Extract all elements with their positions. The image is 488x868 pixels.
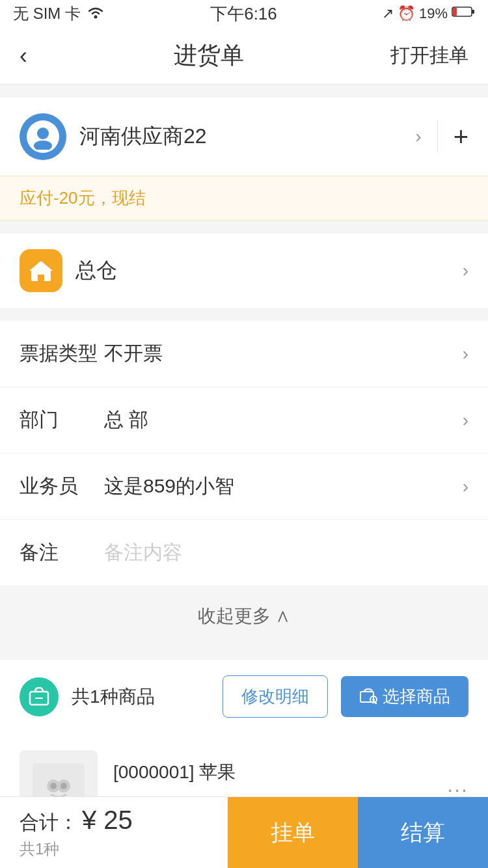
select-product-label: 选择商品 xyxy=(383,685,450,708)
products-icon xyxy=(20,677,59,716)
supplier-section: 河南供应商22 › + 应付-20元，现结 xyxy=(0,98,488,221)
back-button[interactable]: ‹ xyxy=(20,42,27,70)
svg-point-5 xyxy=(34,141,52,150)
page-title: 进货单 xyxy=(174,40,244,72)
total-sub: 共1种 xyxy=(20,839,208,860)
supplier-chevron-icon: › xyxy=(415,126,421,147)
warehouse-name: 总仓 xyxy=(75,256,456,285)
remark-label: 备注 xyxy=(20,539,104,566)
svg-point-4 xyxy=(37,128,49,139)
select-product-button[interactable]: 选择商品 xyxy=(341,676,468,717)
warehouse-icon xyxy=(20,249,62,292)
svg-rect-8 xyxy=(38,275,44,281)
staff-label: 业务员 xyxy=(20,473,104,500)
products-count: 共1种商品 xyxy=(72,685,210,709)
remark-value[interactable]: 备注内容 xyxy=(104,539,468,566)
status-right: ↗ ⏰ 19% xyxy=(382,5,475,22)
carrier-text: 无 SIM 卡 xyxy=(13,3,81,24)
invoice-label: 票据类型 xyxy=(20,340,104,367)
status-left: 无 SIM 卡 xyxy=(13,3,105,24)
invoice-value: 不开票 xyxy=(104,340,456,367)
supplier-avatar xyxy=(20,113,66,160)
status-bar: 无 SIM 卡 下午6:16 ↗ ⏰ 19% xyxy=(0,0,488,27)
invoice-chevron-icon: › xyxy=(463,344,468,364)
footer-total: 合计： ¥ 25 共1种 xyxy=(0,797,228,868)
battery-icon xyxy=(452,5,475,22)
dept-label: 部门 xyxy=(20,407,104,433)
supplier-row[interactable]: 河南供应商22 › + xyxy=(0,98,488,176)
notice-banner: 应付-20元，现结 xyxy=(0,176,488,221)
nav-bar: ‹ 进货单 打开挂单 xyxy=(0,27,488,85)
collapse-button[interactable]: 收起更多 ∧ xyxy=(0,586,488,647)
supplier-name: 河南供应商22 xyxy=(79,122,409,151)
edit-detail-button[interactable]: 修改明细 xyxy=(223,675,328,718)
svg-rect-3 xyxy=(472,10,474,14)
products-header: 共1种商品 修改明细 选择商品 xyxy=(0,660,488,733)
product-code: [0000001] xyxy=(113,762,195,782)
warehouse-row[interactable]: 总仓 › xyxy=(0,234,488,308)
form-section: 票据类型 不开票 › 部门 总 部 › 业务员 这是859的小智 › 备注 备注… xyxy=(0,321,488,586)
dept-value: 总 部 xyxy=(104,407,456,433)
alarm-icon: ⏰ xyxy=(398,5,415,22)
battery-text: 19% xyxy=(419,5,448,22)
total-label: 合计： xyxy=(20,809,78,836)
footer: 合计： ¥ 25 共1种 挂单 结算 xyxy=(0,796,488,868)
supplier-divider xyxy=(437,120,438,153)
svg-marker-7 xyxy=(29,261,53,271)
svg-point-19 xyxy=(50,783,57,789)
dept-row[interactable]: 部门 总 部 › xyxy=(0,387,488,454)
total-amount: ¥ 25 xyxy=(82,806,133,835)
wifi-icon xyxy=(86,5,105,23)
svg-rect-2 xyxy=(453,8,457,16)
add-supplier-button[interactable]: + xyxy=(454,124,468,150)
staff-value: 这是859的小智 xyxy=(104,473,456,500)
svg-point-0 xyxy=(94,16,98,19)
svg-point-20 xyxy=(61,783,67,789)
warehouse-section: 总仓 › xyxy=(0,234,488,308)
product-title: 苹果 xyxy=(199,762,236,782)
invoice-row[interactable]: 票据类型 不开票 › xyxy=(0,321,488,387)
dept-chevron-icon: › xyxy=(463,410,468,431)
product-name: [0000001] 苹果 xyxy=(113,760,431,785)
remark-row[interactable]: 备注 备注内容 xyxy=(0,520,488,586)
warehouse-chevron-icon: › xyxy=(463,260,468,281)
staff-chevron-icon: › xyxy=(463,476,468,497)
staff-row[interactable]: 业务员 这是859的小智 › xyxy=(0,454,488,520)
checkout-button[interactable]: 结算 xyxy=(358,797,488,868)
location-icon: ↗ xyxy=(382,5,394,22)
open-hang-button[interactable]: 打开挂单 xyxy=(390,42,468,69)
hang-button[interactable]: 挂单 xyxy=(228,797,358,868)
status-time: 下午6:16 xyxy=(210,3,277,25)
